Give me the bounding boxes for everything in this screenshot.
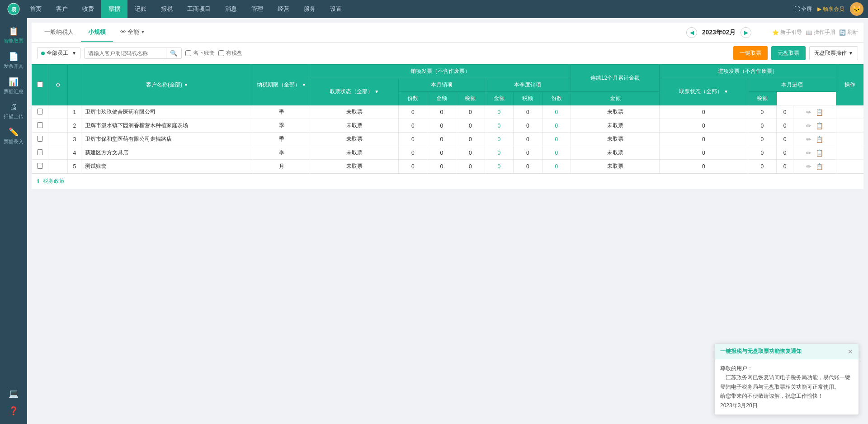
row-monthly-count: 0 <box>398 160 427 173</box>
row-index: 2 <box>68 119 81 133</box>
row-quarterly-amount: 0 <box>485 146 514 160</box>
sidebar-item-computer[interactable]: 💻 <box>0 385 27 402</box>
refresh-link[interactable]: 🔄 刷新 <box>839 29 858 36</box>
nav-settings[interactable]: 设置 <box>323 0 349 18</box>
view-btn[interactable]: 📋 <box>814 136 825 143</box>
view-btn[interactable]: 📋 <box>814 122 825 129</box>
fullscreen-btn[interactable]: ⛶ 全屏 <box>794 5 812 13</box>
view-btn[interactable]: 📋 <box>814 163 825 170</box>
row-purchase-count: 0 <box>659 133 748 146</box>
no-disk-btn[interactable]: 无盘取票 <box>771 46 806 60</box>
row-checkbox[interactable] <box>32 105 48 119</box>
has-tax-plate-checkbox-label[interactable]: 有税盘 <box>218 49 242 57</box>
sidebar-item-invoice-entry[interactable]: ✏️ 票据录入 <box>0 124 27 149</box>
purchase-status-filter-icon[interactable]: ▼ <box>724 89 728 94</box>
period-nav-group: ◀ 2023年02月 ▶ ⭐ 新手引导 📖 操作手册 🔄 刷新 <box>686 27 858 38</box>
period-display: 2023年02月 <box>701 29 737 37</box>
has-tax-plate-checkbox[interactable] <box>218 50 224 56</box>
prev-period-btn[interactable]: ◀ <box>686 27 697 38</box>
nav-customer[interactable]: 客户 <box>49 0 75 18</box>
select-all-checkbox[interactable] <box>37 81 43 87</box>
sidebar-bottom: 💻 ❓ <box>0 385 27 424</box>
nav-right: ⛶ 全屏 ▶ 畅享会员 🐱 <box>794 2 863 16</box>
row-checkbox[interactable] <box>32 133 48 146</box>
edit-btn[interactable]: ✏ <box>805 136 813 143</box>
nav-message[interactable]: 消息 <box>218 0 244 18</box>
smart-take-icon: 📋 <box>9 26 19 36</box>
row-purchase-count: 0 <box>659 160 748 173</box>
row-quarterly-tax: 0 <box>514 133 542 146</box>
tab-small-scale[interactable]: 小规模 <box>81 24 113 42</box>
nav-manage[interactable]: 管理 <box>244 0 270 18</box>
sidebar-item-scan-upload[interactable]: 🖨 扫描上传 <box>0 99 27 124</box>
invoice-table: ⚙ 客户名称(全部) ▼ 纳税期限（全部） ▼ 销项发票（不含作废票） 连续12… <box>32 64 863 173</box>
svg-text:易: 易 <box>11 7 16 12</box>
edit-btn[interactable]: ✏ <box>805 163 813 170</box>
nav-invoice[interactable]: 票据 <box>101 0 127 18</box>
name-account-checkbox-label[interactable]: 名下账套 <box>185 49 215 57</box>
tab-group: 一般纳税人 小规模 👁 全能 ▼ <box>37 24 152 42</box>
tab-all[interactable]: 👁 全能 ▼ <box>113 24 152 42</box>
member-btn[interactable]: ▶ 畅享会员 <box>817 5 844 13</box>
settings-icon[interactable]: ⚙ <box>56 82 61 88</box>
edit-btn[interactable]: ✏ <box>805 149 813 157</box>
sales-status-filter-icon[interactable]: ▼ <box>374 89 379 94</box>
row-monthly-count: 0 <box>398 105 427 119</box>
view-btn[interactable]: 📋 <box>814 109 825 116</box>
row-purchase-amount: 0 <box>748 133 777 146</box>
one-click-btn[interactable]: 一键取票 <box>733 46 768 60</box>
th-quarterly-sales-tax: 税额 <box>514 92 542 105</box>
nav-bookkeeping[interactable]: 记账 <box>127 0 154 18</box>
row-tax-period: 季 <box>253 133 310 146</box>
notif-body: 尊敬的用户： 江苏政务网已恢复访问电子税务局功能，易代账一键登陆电子税务局与无盘… <box>715 359 859 414</box>
search-input[interactable] <box>85 48 166 58</box>
search-wrap: 🔍 <box>84 48 182 59</box>
nav-operation[interactable]: 经营 <box>270 0 297 18</box>
guide-icon: ⭐ <box>772 29 779 36</box>
logo[interactable]: 易 <box>5 0 23 18</box>
name-account-checkbox[interactable] <box>185 50 191 56</box>
nav-home[interactable]: 首页 <box>23 0 49 18</box>
row-quarterly-tax: 0 <box>514 160 542 173</box>
sidebar-item-invoice-summary[interactable]: 📊 票据汇总 <box>0 73 27 99</box>
sidebar: 📋 智能取票 📄 发票开具 📊 票据汇总 🖨 扫描上传 ✏️ 票据录入 💻 ❓ <box>0 18 27 424</box>
tax-period-filter-icon[interactable]: ▼ <box>302 82 306 87</box>
guide-link[interactable]: ⭐ 新手引导 <box>772 29 802 36</box>
manual-icon: 📖 <box>806 29 812 36</box>
user-avatar[interactable]: 🐱 <box>850 2 863 16</box>
employee-select[interactable]: 全部员工 ▼ <box>37 47 80 59</box>
nav-fee[interactable]: 收费 <box>75 0 101 18</box>
th-checkbox <box>32 65 48 105</box>
nav-service[interactable]: 服务 <box>297 0 323 18</box>
table-row: 3 卫辉市保和堂医药有限公司走辊路店 季 未取票 0 0 0 0 0 0 未取票… <box>32 133 863 146</box>
sidebar-item-smart-take[interactable]: 📋 智能取票 <box>0 23 27 48</box>
edit-btn[interactable]: ✏ <box>805 122 813 129</box>
next-period-btn[interactable]: ▶ <box>741 27 751 38</box>
nav-tax[interactable]: 报税 <box>154 0 180 18</box>
search-button[interactable]: 🔍 <box>166 48 181 58</box>
row-settings <box>48 160 68 173</box>
notif-close-btn[interactable]: ✕ <box>848 348 853 355</box>
manual-link[interactable]: 📖 操作手册 <box>806 29 835 36</box>
th-purchase-group: 进项发票（不含作废票） <box>659 65 836 78</box>
th-index <box>68 65 81 105</box>
view-btn[interactable]: 📋 <box>814 149 825 157</box>
sidebar-item-invoice-issue[interactable]: 📄 发票开具 <box>0 48 27 73</box>
th-quarterly-sales-amount: 金额 <box>485 92 514 105</box>
row-actions: ✏ 📋 <box>793 160 836 173</box>
row-checkbox[interactable] <box>32 119 48 133</box>
no-disk-ops-btn[interactable]: 无盘取票操作 ▼ <box>809 46 858 60</box>
row-checkbox[interactable] <box>32 160 48 173</box>
tab-general-taxpayer[interactable]: 一般纳税人 <box>37 24 81 42</box>
row-checkbox[interactable] <box>32 146 48 160</box>
bottom-bar: ℹ 税务政策 <box>32 173 863 189</box>
name-filter-icon[interactable]: ▼ <box>184 82 188 87</box>
sidebar-item-help[interactable]: ❓ <box>0 402 27 419</box>
edit-btn[interactable]: ✏ <box>805 109 813 116</box>
notification-panel: 一键报税与无盘取票功能恢复通知 ✕ 尊敬的用户： 江苏政务网已恢复访问电子税务局… <box>714 343 859 415</box>
tax-policy-link[interactable]: 税务政策 <box>43 177 65 185</box>
fullscreen-icon: ⛶ <box>794 6 800 12</box>
row-name: 测试账套 <box>81 160 253 173</box>
nav-business[interactable]: 工商项目 <box>180 0 218 18</box>
row-quarterly-amount: 0 <box>485 105 514 119</box>
